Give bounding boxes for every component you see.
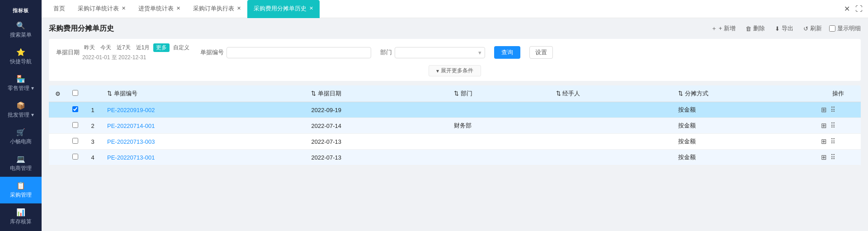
row-actions-3: ⊞ ⠿ bbox=[816, 150, 861, 165]
delete-icon: 🗑 bbox=[745, 25, 751, 32]
order-no-input[interactable] bbox=[226, 47, 371, 58]
date-filter-label: 单据日期 bbox=[56, 48, 80, 57]
export-icon: ⬇ bbox=[775, 25, 780, 32]
sidebar-item-quicknav[interactable]: ⭐快捷导航 bbox=[0, 43, 42, 70]
query-button[interactable]: 查询 bbox=[494, 46, 520, 59]
row-num-1: 2 bbox=[84, 118, 102, 134]
search-icon: 🔍 bbox=[16, 21, 25, 30]
col-num bbox=[84, 85, 102, 102]
row-view-btn-2[interactable]: ⊞ bbox=[821, 137, 827, 146]
col-dept-label: ⇅ 部门 bbox=[454, 90, 472, 97]
row-order-no-1: PE-20220714-001 bbox=[102, 118, 306, 134]
row-check-0[interactable] bbox=[72, 106, 78, 112]
expand-icon: ▾ bbox=[436, 68, 439, 74]
add-button[interactable]: ＋ + 新增 bbox=[708, 24, 738, 33]
tab-bar: 首页采购订单统计表✕进货单统计表✕采购订单执行表✕采购费用分摊单历史✕ ✕ ⛶ bbox=[42, 0, 868, 18]
col-order-no-label: ⇅ 单据编号 bbox=[107, 90, 137, 97]
sidebar-item-search[interactable]: 🔍搜索菜单 bbox=[0, 17, 42, 43]
refresh-button[interactable]: ↺ 刷新 bbox=[801, 24, 825, 33]
row-checkbox-2 bbox=[67, 134, 84, 150]
main-area: 首页采购订单统计表✕进货单统计表✕采购订单执行表✕采购费用分摊单历史✕ ✕ ⛶ … bbox=[42, 0, 868, 231]
row-more-btn-0[interactable]: ⠿ bbox=[830, 106, 835, 114]
retail-icon: 🏪 bbox=[16, 75, 25, 83]
sidebar-item-ecommerce[interactable]: 💻电商管理 bbox=[0, 150, 42, 177]
sidebar-item-minishop[interactable]: 🛒小畅电商 bbox=[0, 123, 42, 150]
row-check-2[interactable] bbox=[72, 138, 78, 144]
col-split-method: ⇅ 分摊方式 bbox=[673, 85, 816, 102]
row-more-btn-2[interactable]: ⠿ bbox=[830, 137, 835, 146]
export-label: 导出 bbox=[782, 24, 793, 33]
expand-more-btn[interactable]: ▾ 展开更多条件 bbox=[429, 65, 481, 76]
tab-close-purchase-order-exec[interactable]: ✕ bbox=[237, 5, 241, 11]
table-header-row: ⚙ ⇅ 单据编号 ⇅ 单据日期 ⇅ 部门 bbox=[49, 85, 861, 102]
row-view-btn-1[interactable]: ⊞ bbox=[821, 122, 827, 130]
date-btn-7days[interactable]: 近7天 bbox=[115, 43, 132, 52]
order-no-link-3[interactable]: PE-20220713-001 bbox=[107, 154, 155, 161]
row-split-method-3: 按金额 bbox=[673, 150, 816, 165]
tab-purchase-order-stat[interactable]: 采购订单统计表✕ bbox=[71, 0, 132, 18]
select-all-checkbox[interactable] bbox=[72, 90, 78, 96]
row-more-btn-3[interactable]: ⠿ bbox=[830, 153, 835, 161]
sidebar-label-inventory: 库存核算 bbox=[10, 218, 32, 226]
sidebar-label-search: 搜索菜单 bbox=[10, 31, 32, 39]
row-date-0: 2022-09-19 bbox=[306, 102, 448, 118]
setting-button[interactable]: 设置 bbox=[529, 46, 553, 59]
table-body: 1 PE-20220919-002 2022-09-19 按金额 ⊞ ⠿ 2 P… bbox=[49, 102, 861, 165]
date-range-display: 2022-01-01 至 2022-12-31 bbox=[82, 54, 191, 61]
filter-row: 单据日期 昨天 今天 近7天 近1月 更多 自定义 2022-01-01 至 2… bbox=[56, 43, 854, 61]
maximize-window-icon[interactable]: ⛶ bbox=[855, 5, 863, 13]
sidebar-label-ecommerce: 电商管理 bbox=[10, 165, 32, 172]
date-btn-1month[interactable]: 近1月 bbox=[134, 43, 152, 52]
purchase-icon: 📋 bbox=[16, 181, 25, 190]
page-title: 采购费用分摊单历史 bbox=[49, 24, 114, 33]
sidebar-item-retail[interactable]: 🏪零售管理 ▾ bbox=[0, 70, 42, 97]
tab-home[interactable]: 首页 bbox=[47, 0, 71, 18]
row-more-btn-1[interactable]: ⠿ bbox=[830, 122, 835, 130]
date-btn-custom[interactable]: 自定义 bbox=[171, 43, 191, 52]
row-view-btn-3[interactable]: ⊞ bbox=[821, 153, 827, 161]
tab-purchase-order-exec[interactable]: 采购订单执行表✕ bbox=[187, 0, 247, 18]
order-no-link-1[interactable]: PE-20220714-001 bbox=[107, 123, 155, 129]
toolbar: ＋ + 新增 🗑 删除 ⬇ 导出 ↺ 刷新 显示明细 bbox=[708, 24, 861, 33]
delete-label: 删除 bbox=[753, 24, 765, 33]
row-order-no-3: PE-20220713-001 bbox=[102, 150, 306, 165]
order-no-link-0[interactable]: PE-20220919-002 bbox=[107, 107, 155, 113]
row-split-method-0: 按金额 bbox=[673, 102, 816, 118]
close-window-icon[interactable]: ✕ bbox=[844, 5, 850, 13]
sidebar-item-purchase[interactable]: 📋采购管理 bbox=[0, 177, 42, 203]
dept-select[interactable] bbox=[395, 47, 485, 58]
col-order-no: ⇅ 单据编号 bbox=[102, 85, 306, 102]
col-handler: ⇅ 经手人 bbox=[551, 85, 673, 102]
sidebar-item-inventory[interactable]: 📊库存核算 bbox=[0, 203, 42, 230]
row-split-method-1: 按金额 bbox=[673, 118, 816, 134]
sidebar-item-wholesale[interactable]: 📦批发管理 ▾ bbox=[0, 97, 42, 123]
row-num-3: 4 bbox=[84, 150, 102, 165]
row-check-3[interactable] bbox=[72, 154, 78, 160]
order-no-filter: 单据编号 bbox=[200, 47, 371, 58]
date-btn-more[interactable]: 更多 bbox=[153, 43, 170, 52]
order-no-link-2[interactable]: PE-20220713-003 bbox=[107, 138, 155, 145]
show-col-checkbox[interactable] bbox=[829, 25, 835, 32]
table-row: 2 PE-20220714-001 2022-07-14 财务部 按金额 ⊞ ⠿ bbox=[49, 118, 861, 134]
settings-icon[interactable]: ⚙ bbox=[55, 90, 61, 97]
show-col-toggle[interactable]: 显示明细 bbox=[829, 24, 861, 33]
export-button[interactable]: ⬇ 导出 bbox=[772, 24, 796, 33]
row-handler-3 bbox=[551, 150, 673, 165]
tab-close-stock-stat[interactable]: ✕ bbox=[176, 5, 180, 11]
date-btn-yesterday[interactable]: 昨天 bbox=[82, 43, 97, 52]
date-btn-today[interactable]: 今天 bbox=[99, 43, 113, 52]
tab-purchase-fee-split[interactable]: 采购费用分摊单历史✕ bbox=[247, 0, 320, 18]
tab-close-purchase-fee-split[interactable]: ✕ bbox=[309, 5, 313, 11]
row-settings-1 bbox=[49, 118, 67, 134]
row-dept-2 bbox=[448, 134, 550, 150]
row-checkbox-1 bbox=[67, 118, 84, 134]
row-check-1[interactable] bbox=[72, 122, 78, 128]
dept-filter: 部门 bbox=[380, 47, 485, 58]
tab-stock-stat[interactable]: 进货单统计表✕ bbox=[132, 0, 187, 18]
row-order-no-2: PE-20220713-003 bbox=[102, 134, 306, 150]
row-view-btn-0[interactable]: ⊞ bbox=[821, 106, 827, 114]
tab-close-purchase-order-stat[interactable]: ✕ bbox=[122, 5, 126, 11]
tab-label-purchase-order-exec: 采购订单执行表 bbox=[193, 5, 234, 13]
row-num-2: 3 bbox=[84, 134, 102, 150]
delete-button[interactable]: 🗑 删除 bbox=[743, 24, 768, 33]
